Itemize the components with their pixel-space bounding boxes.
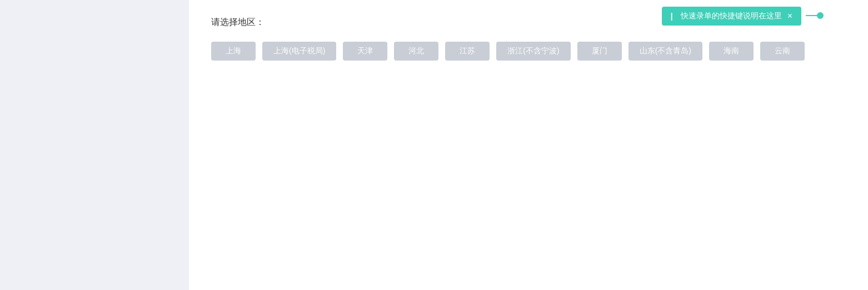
region-btn-shandong[interactable]: 山东(不含青岛)	[628, 42, 702, 61]
tooltip-close-button[interactable]: ×	[787, 11, 792, 21]
region-btn-yunnan[interactable]: 云南	[760, 42, 805, 61]
region-btn-shanghai-etax[interactable]: 上海(电子税局)	[262, 42, 336, 61]
region-btn-hebei[interactable]: 河北	[394, 42, 438, 61]
sidebar	[0, 0, 189, 290]
region-btn-xiamen[interactable]: 厦门	[577, 42, 622, 61]
main-content: 请选择地区： 上海上海(电子税局)天津河北江苏浙江(不含宁波)厦门山东(不含青岛…	[189, 0, 868, 290]
tooltip-bar: 快速录单的快捷键说明在这里 ×	[662, 7, 801, 26]
region-btn-jiangsu[interactable]: 江苏	[445, 42, 490, 61]
tooltip-text: 快速录单的快捷键说明在这里	[681, 11, 782, 21]
region-btn-hainan[interactable]: 海南	[709, 42, 754, 61]
region-buttons: 上海上海(电子税局)天津河北江苏浙江(不含宁波)厦门山东(不含青岛)海南云南	[211, 42, 846, 61]
region-btn-shanghai[interactable]: 上海	[211, 42, 256, 61]
tooltip-dot	[817, 12, 824, 19]
region-btn-tianjin[interactable]: 天津	[343, 42, 387, 61]
region-btn-zhejiang[interactable]: 浙江(不含宁波)	[496, 42, 570, 61]
